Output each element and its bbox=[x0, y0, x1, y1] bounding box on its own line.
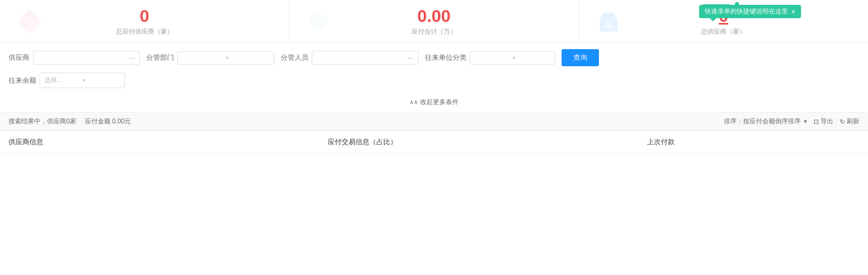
export-label: 导出 bbox=[820, 117, 833, 126]
store-icon bbox=[595, 8, 622, 35]
data-table: 供应商信息 应付交易信息（占比） 上次付款 bbox=[0, 131, 868, 275]
unit-category-label: 往来单位分类 bbox=[425, 53, 467, 62]
supplier-more-button[interactable]: ··· bbox=[124, 51, 139, 64]
department-select[interactable]: ▾ bbox=[177, 51, 274, 65]
stat-total-suppliers: 快速录单的快捷键说明在这里 × 0 总供应商（家） bbox=[579, 0, 868, 42]
collapse-button[interactable]: ∧∧ 收起更多条件 bbox=[409, 98, 459, 107]
collapse-row: ∧∧ 收起更多条件 bbox=[9, 95, 859, 112]
tooltip-bubble: 快速录单的快捷键说明在这里 × bbox=[699, 5, 801, 18]
filter-row-1: 供应商 ··· 分管部门 ▾ 分管人员 ··· 往来单位分类 bbox=[9, 49, 859, 66]
search-result-text: 搜索结果中，供应商0家 bbox=[9, 117, 76, 126]
balance-chevron-icon: ▾ bbox=[82, 77, 120, 84]
col-transaction-header: 应付交易信息（占比） bbox=[328, 137, 647, 147]
refresh-icon: ↻ bbox=[840, 118, 845, 125]
collapse-label: 收起更多条件 bbox=[420, 98, 459, 107]
unit-category-chevron-icon: ▾ bbox=[512, 54, 550, 61]
person-label: 分管人员 bbox=[281, 53, 309, 62]
piggy-icon bbox=[305, 8, 332, 35]
table-body bbox=[0, 154, 868, 275]
balance-select[interactable]: 选择... ▾ bbox=[40, 73, 125, 88]
result-actions: 排序：按应付会额倒序排序 ▾ ⊡ 导出 ↻ 刷新 bbox=[724, 117, 859, 126]
person-input-wrapper: ··· bbox=[312, 51, 419, 65]
export-icon: ⊡ bbox=[814, 118, 819, 125]
sort-label: 排序：按应付会额倒序排序 bbox=[724, 117, 801, 126]
col-last-payment-header: 上次付款 bbox=[647, 137, 860, 147]
amount-result-text: 应付金额 0.00元 bbox=[85, 117, 131, 126]
sort-dropdown[interactable]: 排序：按应付会额倒序排序 ▾ bbox=[724, 117, 807, 126]
department-filter: 分管部门 ▾ bbox=[146, 51, 274, 65]
tooltip-text: 快速录单的快捷键说明在这里 bbox=[705, 7, 788, 16]
refresh-button[interactable]: ↻ 刷新 bbox=[840, 117, 859, 126]
supplier-input[interactable] bbox=[34, 51, 124, 64]
svg-rect-6 bbox=[605, 22, 612, 28]
diamond-icon bbox=[16, 8, 43, 35]
supplier-label: 供应商 bbox=[9, 53, 30, 62]
stats-bar: 0 总应付供应商（家） 0.00 应付合计（万） 快速录单的快捷键说明在这里 × bbox=[0, 0, 868, 43]
balance-select-value: 选择... bbox=[44, 76, 82, 85]
result-bar: 搜索结果中，供应商0家 应付金额 0.00元 排序：按应付会额倒序排序 ▾ ⊡ … bbox=[0, 113, 868, 131]
supplier-input-wrapper: ··· bbox=[33, 51, 140, 65]
supplier-filter: 供应商 ··· bbox=[9, 51, 140, 65]
stat-total-payable-amount: 0.00 应付合计（万） bbox=[289, 0, 579, 42]
payable-amount-count: 0.00 bbox=[417, 6, 451, 26]
refresh-label: 刷新 bbox=[847, 117, 859, 126]
col-supplier-header: 供应商信息 bbox=[9, 137, 328, 147]
query-button[interactable]: 查询 bbox=[562, 49, 599, 66]
export-button[interactable]: ⊡ 导出 bbox=[814, 117, 833, 126]
balance-label: 往来余额 bbox=[9, 76, 36, 85]
unit-category-filter: 往来单位分类 ▾ bbox=[425, 51, 555, 65]
tooltip-close-button[interactable]: × bbox=[791, 8, 795, 15]
person-more-button[interactable]: ··· bbox=[403, 51, 418, 64]
chevron-up-icon: ∧∧ bbox=[409, 99, 418, 106]
department-chevron-icon: ▾ bbox=[226, 54, 270, 61]
filter-bar: 供应商 ··· 分管部门 ▾ 分管人员 ··· 往来单位分类 bbox=[0, 43, 868, 113]
balance-filter: 往来余额 选择... ▾ bbox=[9, 73, 125, 88]
sort-chevron-icon: ▾ bbox=[804, 118, 807, 125]
unit-category-select[interactable]: ▾ bbox=[470, 51, 555, 65]
filter-row-2: 往来余额 选择... ▾ bbox=[9, 73, 859, 88]
svg-point-2 bbox=[312, 13, 326, 28]
total-suppliers-label: 总供应商（家） bbox=[701, 27, 746, 36]
svg-point-4 bbox=[315, 19, 317, 20]
stat-total-payable-suppliers: 0 总应付供应商（家） bbox=[0, 0, 289, 42]
payable-suppliers-count: 0 bbox=[140, 6, 149, 26]
payable-amount-label: 应付合计（万） bbox=[412, 27, 456, 36]
person-filter: 分管人员 ··· bbox=[281, 51, 419, 65]
table-header: 供应商信息 应付交易信息（占比） 上次付款 bbox=[0, 131, 868, 154]
person-input[interactable] bbox=[312, 51, 403, 64]
department-label: 分管部门 bbox=[146, 53, 174, 62]
payable-suppliers-label: 总应付供应商（家） bbox=[116, 27, 173, 36]
result-info: 搜索结果中，供应商0家 应付金额 0.00元 bbox=[9, 117, 131, 126]
